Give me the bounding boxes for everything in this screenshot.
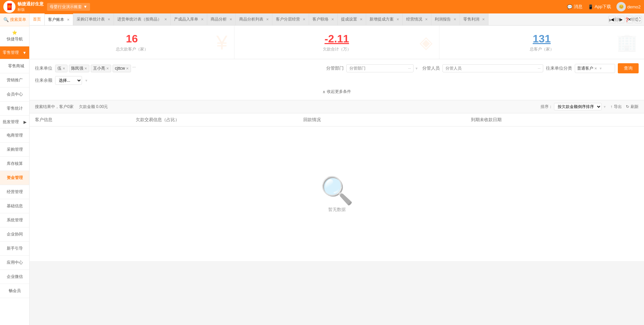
tab-product-inbound[interactable]: 产成品入库单 ✕: [171, 13, 207, 26]
top-right-bar: 💬 消息 📱 App下载 😊 demo2: [567, 2, 641, 11]
tag-wu-value: 伍: [57, 66, 61, 71]
tab-purchase-order[interactable]: 采购订单统计表 ✕: [73, 13, 114, 26]
content-area: 首页 客户账本 ✕ 采购订单统计表 ✕ 进货单统计表（按商品） ✕ 产成品入库单…: [30, 13, 644, 325]
export-btn[interactable]: ↑ 导出: [610, 104, 622, 110]
tab-close-goods-analysis[interactable]: ✕: [229, 17, 232, 21]
batch-mgmt-label: 批发管理: [3, 119, 19, 125]
tab-biz-situation-label: 经营情况: [406, 16, 422, 22]
tab-goods-analysis[interactable]: 商品分析 ✕: [207, 13, 236, 26]
sidebar-item-retail-stats[interactable]: 零售统计: [0, 102, 29, 116]
tag-cjttcw-close[interactable]: ✕: [126, 67, 129, 70]
filter-more-btn[interactable]: ···: [132, 65, 136, 72]
tab-close-goods-list[interactable]: ✕: [266, 17, 269, 21]
download-btn[interactable]: 📱 App下载: [588, 4, 611, 10]
tab-close-customer-book[interactable]: ✕: [67, 18, 70, 22]
tab-customer-connect[interactable]: 客户联络 ✕: [309, 13, 338, 26]
amount-label: 往来余额: [35, 77, 52, 83]
search-icon: 🔍: [3, 17, 9, 22]
sidebar-item-vip[interactable]: 畅会员: [0, 284, 29, 298]
retail-stats-label: 零售统计: [7, 106, 23, 111]
marketing-label: 营销推广: [7, 77, 23, 83]
logo-area: 🧧 畅捷通好生意 标版: [3, 1, 44, 13]
account-dropdown[interactable]: 母婴行业演示账套 ▼: [47, 3, 90, 11]
sidebar-search[interactable]: 🔍 搜索菜单: [0, 13, 29, 26]
unit-cat-tag-close[interactable]: ✕: [594, 67, 597, 70]
sidebar-item-finance[interactable]: 资金管理: [0, 171, 29, 185]
tab-profit-report[interactable]: 利润报告 ✕: [431, 13, 460, 26]
stat-debit-amount: ◈ -2.11 欠款合计（万）: [234, 26, 439, 59]
sidebar-item-sys[interactable]: 系统管理: [0, 213, 29, 227]
tab-close-incoming-stats[interactable]: ✕: [164, 17, 167, 21]
tab-customer-book[interactable]: 客户账本 ✕: [45, 13, 73, 26]
tab-home[interactable]: 首页: [30, 13, 45, 26]
sidebar-item-guide[interactable]: 新手引导: [0, 242, 29, 256]
user-avatar-area[interactable]: 😊 demo2: [616, 2, 641, 11]
sort-select-wrapper: 排序： 按欠款金额倒序排序 ▼: [541, 103, 606, 110]
empty-icon: 🔍: [320, 175, 354, 207]
tab-home-label: 首页: [33, 16, 41, 22]
zero-retail-label: 零售管理: [3, 50, 19, 56]
chevron-right-icon: ▼: [23, 50, 27, 55]
sidebar-item-ops[interactable]: 经营管理: [0, 185, 29, 199]
filter-row-1: 往来单位 伍 ✕ 陈民强 ✕ 王小亮: [35, 63, 639, 73]
unit-cat-tag-value: 普通客户: [577, 66, 593, 71]
tab-close-purchase-order[interactable]: ✕: [108, 17, 110, 21]
sidebar-item-inventory[interactable]: 库存核算: [0, 157, 29, 171]
results-bar: 搜索结果中，客户0家 欠款金额 0.00元 排序： 按欠款金额倒序排序 ▼ ↑: [30, 100, 644, 113]
results-summary: 搜索结果中，客户0家: [35, 104, 74, 110]
sidebar-item-member[interactable]: 会员中心: [0, 87, 29, 102]
tab-incoming-stats[interactable]: 进货单统计表（按商品） ✕: [114, 13, 171, 26]
sidebar-item-wechat[interactable]: 企业微信: [0, 270, 29, 284]
tab-close-profit-report[interactable]: ✕: [454, 17, 456, 21]
stat-total-customers: 🏢 131 总客户（家）: [439, 26, 644, 59]
tag-chen-close[interactable]: ✕: [84, 67, 87, 70]
tag-wu-close[interactable]: ✕: [62, 67, 65, 70]
empty-state: 🔍 暂无数据: [320, 155, 354, 233]
filter-tag-chen: 陈民强 ✕: [69, 65, 89, 72]
filter-tag-wu: 伍 ✕: [55, 65, 68, 72]
tab-close-biz-situation[interactable]: ✕: [425, 17, 428, 21]
refresh-btn[interactable]: ↻ 刷新: [626, 104, 639, 110]
stat-debit-customers-label: 总欠款客户（家）: [116, 46, 148, 52]
sidebar-item-ecommerce[interactable]: 电商管理: [0, 129, 29, 143]
sidebar-item-purchase[interactable]: 采购管理: [0, 143, 29, 157]
tab-close-product-inbound[interactable]: ✕: [201, 17, 204, 21]
chevron-down-icon: ▼: [83, 4, 87, 9]
collapse-btn[interactable]: ∧ 收起更多条件: [35, 87, 639, 96]
message-btn[interactable]: 💬 消息: [567, 4, 583, 10]
tag-wang-close[interactable]: ✕: [106, 67, 109, 70]
search-label: 搜索菜单: [10, 17, 26, 23]
tab-goods-analysis-list[interactable]: 商品分析列表 ✕: [236, 13, 272, 26]
vip-label: 畅会员: [9, 288, 21, 294]
tab-biz-situation[interactable]: 经营情况 ✕: [403, 13, 431, 26]
person-input[interactable]: [442, 64, 543, 72]
sidebar-item-corp[interactable]: 企业协同: [0, 227, 29, 242]
search-button[interactable]: 查询: [618, 63, 639, 73]
tab-close-retail-profit[interactable]: ✕: [482, 17, 485, 21]
tab-close-new-boost-plan[interactable]: ✕: [396, 17, 399, 21]
tab-goods-analysis-list-label: 商品分析列表: [239, 16, 263, 22]
unit-category-select[interactable]: 普通客户 ✕ ▼: [575, 64, 615, 73]
debt-summary: 欠款金额 0.00元: [79, 104, 108, 110]
sidebar-item-app-center[interactable]: 应用中心: [0, 256, 29, 270]
sort-dropdown[interactable]: 按欠款金额倒序排序: [554, 103, 602, 110]
tag-cjttcw-value: cjttcw: [115, 66, 125, 71]
tab-new-boost-plan-label: 新增提成方案: [370, 16, 394, 22]
tab-retail-profit[interactable]: 零售利润 ✕: [460, 13, 488, 26]
tab-close-boost-settings[interactable]: ✕: [360, 17, 362, 21]
sidebar-item-batch-mgmt[interactable]: 批发管理 ▶: [0, 116, 29, 129]
wechat-label: 企业微信: [7, 274, 23, 280]
sidebar-item-marketing[interactable]: 营销推广: [0, 73, 29, 87]
amount-select[interactable]: 选择...: [55, 76, 82, 85]
tab-new-boost-plan[interactable]: 新增提成方案 ✕: [366, 13, 403, 26]
sidebar-item-quick-nav[interactable]: ⭐ 快捷导航: [0, 26, 29, 46]
sidebar-item-basic[interactable]: 基础信息: [0, 199, 29, 213]
tab-close-customer-connect[interactable]: ✕: [331, 17, 334, 21]
tab-customer-segment[interactable]: 客户分层经营 ✕: [272, 13, 309, 26]
tab-customer-connect-label: 客户联络: [312, 16, 329, 22]
sidebar-item-zero-retail-shop[interactable]: 零售商城: [0, 59, 29, 73]
dept-input[interactable]: [346, 64, 414, 72]
tab-boost-settings[interactable]: 提成设置 ✕: [338, 13, 366, 26]
tab-close-customer-segment[interactable]: ✕: [303, 17, 305, 21]
sidebar-item-zero-retail-mgmt[interactable]: 零售管理 ▼: [0, 46, 29, 59]
